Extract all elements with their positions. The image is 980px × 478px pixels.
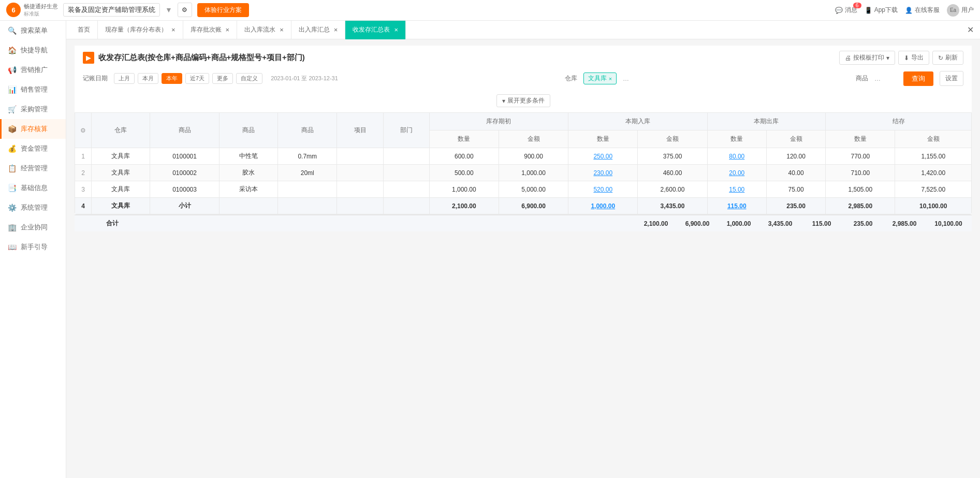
row-spec-1: 0.7mm bbox=[278, 148, 337, 165]
sidebar-item-quick[interactable]: 🏠 快捷导航 bbox=[0, 40, 66, 60]
tab-stock-dist-close[interactable]: × bbox=[171, 26, 175, 34]
row-code-3: 0100003 bbox=[150, 181, 219, 198]
app-download-btn[interactable]: 📱 App下载 bbox=[865, 6, 898, 15]
row-in-qty-1[interactable]: 250.00 bbox=[568, 148, 638, 165]
sidebar-item-guide[interactable]: 📖 新手引导 bbox=[0, 237, 66, 257]
warehouse-more-options[interactable]: … bbox=[623, 75, 629, 82]
row-num-2: 2 bbox=[75, 165, 92, 181]
print-btn[interactable]: 🖨 按模板打印 ▾ bbox=[839, 51, 895, 65]
inventory-icon: 📦 bbox=[8, 125, 17, 133]
row-out-qty-2[interactable]: 20.00 bbox=[707, 165, 766, 181]
total-init-amt: 6,900.00 bbox=[677, 220, 718, 227]
expand-btn[interactable]: ▾ 展开更多条件 bbox=[496, 94, 550, 107]
total-in-qty: 1,000.00 bbox=[718, 220, 759, 227]
date-btn-last-month[interactable]: 上月 bbox=[114, 73, 135, 84]
tab-inout-flow-label: 出入库流水 bbox=[244, 25, 275, 34]
sales-icon: 📊 bbox=[8, 85, 17, 94]
home-icon: 🏠 bbox=[8, 46, 17, 54]
subtotal-in-qty[interactable]: 1,000.00 bbox=[568, 198, 638, 214]
date-btn-custom[interactable]: 自定义 bbox=[236, 73, 262, 84]
print-dropdown-icon: ▾ bbox=[886, 54, 889, 62]
sidebar-item-purchase[interactable]: 🛒 采购管理 bbox=[0, 99, 66, 119]
date-btn-this-month[interactable]: 本月 bbox=[138, 73, 158, 84]
query-btn[interactable]: 查询 bbox=[903, 71, 933, 86]
row-name-3: 采访本 bbox=[220, 181, 278, 198]
tab-inout-summary[interactable]: 出入库汇总 × bbox=[291, 21, 346, 39]
sidebar-label-quick: 快捷导航 bbox=[21, 46, 48, 55]
row-in-qty-3[interactable]: 520.00 bbox=[568, 181, 638, 198]
date-btn-more[interactable]: 更多 bbox=[212, 73, 233, 84]
sidebar-label-guide: 新手引导 bbox=[21, 242, 48, 252]
system-title: 装备及固定资产辅助管理系统 bbox=[63, 3, 160, 17]
total-bal-amt: 10,100.00 bbox=[925, 220, 972, 227]
purchase-icon: 🛒 bbox=[8, 105, 17, 113]
tab-inout-flow-close[interactable]: × bbox=[280, 26, 284, 34]
warehouse-tag-close[interactable]: × bbox=[609, 76, 612, 82]
sidebar-item-finance[interactable]: 💰 资金管理 bbox=[0, 139, 66, 158]
total-out-qty: 115.00 bbox=[801, 220, 842, 227]
col-out-header: 本期出库 bbox=[707, 113, 826, 131]
sidebar-label-system: 系统管理 bbox=[21, 203, 48, 212]
sidebar-item-operation[interactable]: 📋 经营管理 bbox=[0, 158, 66, 178]
user-btn[interactable]: Ea 用户 bbox=[947, 4, 974, 17]
tab-stock-dist[interactable]: 现存量（库存分布表） × bbox=[98, 21, 183, 39]
page-settings-btn[interactable]: 设置 bbox=[940, 71, 963, 86]
collapse-btn[interactable]: ▶ bbox=[83, 52, 94, 64]
subtotal-warehouse: 文具库 bbox=[92, 198, 150, 214]
goods-filter-label: 商品 bbox=[856, 74, 868, 83]
system-title-dropdown[interactable]: ▼ bbox=[165, 6, 172, 14]
refresh-btn[interactable]: ↻ 刷新 bbox=[932, 51, 963, 65]
table-row: 2 文具库 0100002 胶水 20ml 500.00 1,000.00 bbox=[75, 165, 972, 181]
row-spec-2: 20ml bbox=[278, 165, 337, 181]
col-dept-header: 部门 bbox=[383, 113, 429, 148]
message-icon-btn[interactable]: 💬 消息 6 bbox=[835, 6, 857, 15]
col-bal-qty-header: 数量 bbox=[826, 131, 895, 148]
row-in-qty-2[interactable]: 230.00 bbox=[568, 165, 638, 181]
tab-batch[interactable]: 库存批次账 × bbox=[183, 21, 238, 39]
logo-text-block: 畅捷通好生意 标准版 bbox=[24, 3, 58, 17]
tab-batch-close[interactable]: × bbox=[226, 26, 230, 34]
tab-collect-summary[interactable]: 收发存汇总表 × bbox=[345, 21, 406, 39]
sidebar-item-marketing[interactable]: 📢 营销推广 bbox=[0, 60, 66, 80]
sidebar-label-marketing: 营销推广 bbox=[21, 65, 48, 75]
tab-inout-flow[interactable]: 出入库流水 × bbox=[237, 21, 291, 39]
row-in-amt-1: 375.00 bbox=[638, 148, 707, 165]
subtotal-empty3 bbox=[337, 198, 383, 214]
trial-btn[interactable]: 体验行业方案 bbox=[197, 3, 249, 17]
online-service-btn[interactable]: 👤 在线客服 bbox=[905, 6, 940, 15]
tab-inout-summary-close[interactable]: × bbox=[334, 26, 338, 34]
operation-icon: 📋 bbox=[8, 164, 17, 172]
sidebar-item-inventory[interactable]: 📦 库存核算 bbox=[0, 119, 66, 139]
row-out-qty-1[interactable]: 80.00 bbox=[707, 148, 766, 165]
sidebar-item-enterprise[interactable]: 🏢 企业协同 bbox=[0, 218, 66, 237]
table-row: 1 文具库 0100001 中性笔 0.7mm 600.00 900.00 bbox=[75, 148, 972, 165]
table-container: ⚙ 仓库 商品 商品 商品 项目 部门 库存期初 本期入库 bbox=[75, 112, 972, 214]
subtotal-row: 4 文具库 小计 2,100.00 6,900.00 1,000.0 bbox=[75, 198, 972, 214]
date-btn-7days[interactable]: 近7天 bbox=[185, 73, 209, 84]
row-out-qty-3[interactable]: 15.00 bbox=[707, 181, 766, 198]
sidebar-item-basic[interactable]: 📑 基础信息 bbox=[0, 178, 66, 198]
settings-icon[interactable]: ⚙ bbox=[178, 3, 192, 17]
sidebar-item-sales[interactable]: 📊 销售管理 bbox=[0, 80, 66, 99]
refresh-label: 刷新 bbox=[945, 53, 958, 62]
col-settings-icon[interactable]: ⚙ bbox=[80, 127, 86, 134]
sidebar-item-system[interactable]: ⚙️ 系统管理 bbox=[0, 198, 66, 218]
goods-more-options[interactable]: … bbox=[874, 75, 881, 82]
tab-home[interactable]: 首页 bbox=[70, 21, 98, 39]
tab-bar-global-close[interactable]: ✕ bbox=[961, 25, 980, 35]
sidebar-item-search[interactable]: 🔍 搜索菜单 bbox=[0, 21, 66, 40]
tab-batch-label: 库存批次账 bbox=[191, 25, 222, 34]
row-name-2: 胶水 bbox=[220, 165, 278, 181]
col-name-header: 商品 bbox=[220, 113, 278, 148]
row-warehouse-2: 文具库 bbox=[92, 165, 150, 181]
row-bal-amt-3: 7,525.00 bbox=[895, 181, 972, 198]
col-init-header: 库存期初 bbox=[429, 113, 568, 131]
tab-collect-summary-close[interactable]: × bbox=[394, 26, 398, 34]
col-bal-amt-header: 金额 bbox=[895, 131, 972, 148]
date-btn-this-year[interactable]: 本年 bbox=[162, 73, 182, 84]
date-range: 2023-01-01 至 2023-12-31 bbox=[271, 75, 338, 82]
total-bal-qty: 2,985.00 bbox=[884, 220, 925, 227]
subtotal-out-qty[interactable]: 115.00 bbox=[707, 198, 766, 214]
export-btn[interactable]: ⬇ 导出 bbox=[898, 51, 929, 65]
subtotal-empty4 bbox=[383, 198, 429, 214]
